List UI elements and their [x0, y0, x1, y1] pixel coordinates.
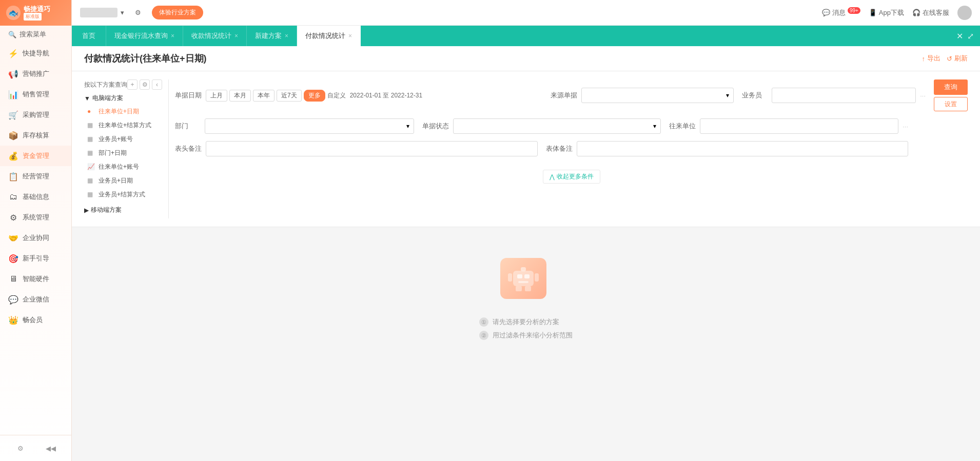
- header-remark-input[interactable]: [206, 141, 538, 156]
- mobile-section-title[interactable]: ▶ 移动端方案: [84, 206, 162, 214]
- dept-field: 部门 ▾: [175, 118, 414, 134]
- tab-bar: 首页 现金银行流水查询 × 收款情况统计 × 新建方案 × 付款情况统计 × ✕…: [72, 26, 980, 46]
- expand-tabs-btn[interactable]: ⤢: [967, 31, 974, 41]
- sidebar-bottom: ⚙ ◀◀: [0, 435, 71, 461]
- service-icon: 🎧: [912, 9, 920, 16]
- scheme-icon-1: ▦: [87, 122, 95, 130]
- enterprise-icon: 🤝: [8, 233, 18, 243]
- tab-close-receipt[interactable]: ×: [234, 32, 238, 39]
- last-7-days-btn[interactable]: 近7天: [277, 90, 302, 102]
- wechat-icon: 💬: [8, 294, 18, 305]
- query-button[interactable]: 查询: [934, 79, 968, 95]
- message-icon: 💬: [822, 9, 830, 16]
- tab-new-scheme[interactable]: 新建方案 ×: [247, 26, 297, 46]
- collapse-scheme-btn[interactable]: ‹: [152, 79, 162, 90]
- sidebar-item-quick-nav[interactable]: ⚡ 快捷导航: [0, 43, 71, 64]
- logo-icon: 🐟: [6, 6, 21, 20]
- tab-payment-stat[interactable]: 付款情况统计 ×: [297, 26, 361, 46]
- add-scheme-btn[interactable]: +: [127, 79, 138, 90]
- sidebar-item-basic[interactable]: 🗂 基础信息: [0, 187, 71, 207]
- tab-close-new-scheme[interactable]: ×: [285, 32, 288, 39]
- desktop-scheme-section: ▼ 电脑端方案 ● 往来单位+日期 ▦ 往来单位+结算方式 ▦ 业务员+账号: [84, 94, 162, 202]
- scheme-icon-3: ▦: [87, 149, 95, 157]
- sidebar-item-operation[interactable]: 📋 经营管理: [0, 166, 71, 187]
- notifications-btn[interactable]: 💬 消息 99+: [822, 8, 860, 17]
- refresh-btn[interactable]: ↺ 刷新: [947, 54, 968, 63]
- export-btn[interactable]: ↑ 导出: [922, 54, 941, 63]
- sidebar-item-sales[interactable]: 📊 销售管理: [0, 84, 71, 105]
- user-avatar[interactable]: [957, 6, 972, 20]
- header-settings-btn[interactable]: ⚙: [130, 5, 146, 21]
- sidebar-item-wechat[interactable]: 💬 企业微信: [0, 289, 71, 310]
- workspace-selector[interactable]: xx ▾: [80, 8, 124, 17]
- chevron-down-icon: ▾: [726, 92, 729, 99]
- purchase-icon: 🛒: [8, 110, 18, 120]
- tab-home[interactable]: 首页: [72, 26, 106, 46]
- scheme-item-6[interactable]: ▦ 业务员+结算方式: [84, 188, 162, 202]
- counterpart-input[interactable]: [700, 118, 898, 134]
- this-year-btn[interactable]: 本年: [253, 90, 275, 102]
- sidebar-item-hardware[interactable]: 🖥 智能硬件: [0, 269, 71, 289]
- filter-row-1: 单据日期 上月 本月 本年 近7天 更多 自定义 2022-01-01 至 20…: [175, 79, 968, 111]
- header-right: 💬 消息 99+ 📱 App下载 🎧 在线客服: [822, 6, 972, 20]
- finance-icon: 💰: [8, 151, 18, 161]
- chevron-up-icon: ⋀: [550, 173, 555, 181]
- manage-scheme-btn[interactable]: ⚙: [140, 79, 150, 90]
- scheme-item-5[interactable]: ▦ 业务员+日期: [84, 174, 162, 188]
- source-label: 来源单据: [551, 91, 577, 100]
- this-month-btn[interactable]: 本月: [229, 90, 251, 102]
- scheme-active-icon: ●: [87, 108, 95, 116]
- empty-hint-2: ② 用过滤条件来缩小分析范围: [479, 331, 573, 340]
- settings-bottom-btn[interactable]: ⚙: [13, 440, 28, 456]
- trial-button[interactable]: 体验行业方案: [152, 6, 203, 19]
- hint-num-2: ②: [479, 331, 488, 340]
- sidebar-item-system[interactable]: ⚙ 系统管理: [0, 207, 71, 228]
- close-all-tabs-btn[interactable]: ✕: [956, 31, 963, 41]
- page-header-actions: ↑ 导出 ↺ 刷新: [922, 54, 968, 63]
- hint-num-1: ①: [479, 317, 488, 327]
- scheme-icon-6: ▦: [87, 191, 95, 199]
- scheme-item-2[interactable]: ▦ 业务员+账号: [84, 132, 162, 146]
- tab-receipt-stat[interactable]: 收款情况统计 ×: [183, 26, 247, 46]
- body-remark-input[interactable]: [577, 141, 909, 156]
- top-header: xx ▾ ⚙ 体验行业方案 💬 消息 99+ 📱 App下载 🎧 在线客服: [72, 0, 980, 26]
- tab-close-bank-flow[interactable]: ×: [171, 32, 174, 39]
- search-menu-btn[interactable]: 🔍 搜索菜单: [0, 26, 71, 43]
- desktop-section-title[interactable]: ▼ 电脑端方案: [84, 94, 162, 103]
- svg-rect-8: [525, 286, 531, 291]
- setting-button[interactable]: 设置: [934, 97, 968, 111]
- sidebar-item-purchase[interactable]: 🛒 采购管理: [0, 105, 71, 125]
- empty-hint-1: ① 请先选择要分析的方案: [479, 317, 573, 327]
- sidebar-item-guide[interactable]: 🎯 新手引导: [0, 248, 71, 269]
- collapse-icon: ▼: [84, 95, 90, 102]
- date-label: 单据日期: [175, 91, 202, 100]
- source-doc-select[interactable]: ▾: [581, 88, 734, 103]
- doc-status-select[interactable]: ▾: [453, 118, 661, 134]
- scheme-item-0[interactable]: ● 往来单位+日期: [84, 105, 162, 118]
- notif-count-badge: 99+: [848, 7, 860, 14]
- salesperson-input[interactable]: [772, 88, 916, 103]
- header-remark-field: 表头备注: [175, 141, 538, 156]
- operation-icon: 📋: [8, 171, 18, 182]
- last-month-btn[interactable]: 上月: [206, 90, 227, 102]
- tab-close-payment[interactable]: ×: [348, 32, 352, 39]
- sidebar-item-inventory[interactable]: 📦 库存核算: [0, 125, 71, 146]
- filter-form: 单据日期 上月 本月 本年 近7天 更多 自定义 2022-01-01 至 20…: [175, 79, 968, 218]
- counterpart-more-btn[interactable]: ···: [903, 123, 908, 130]
- scheme-item-3[interactable]: ▦ 部门+日期: [84, 146, 162, 160]
- salesperson-more-btn[interactable]: ···: [920, 92, 926, 99]
- sidebar-item-finance[interactable]: 💰 资金管理: [0, 146, 71, 166]
- salesperson-label: 业务员: [742, 91, 768, 100]
- sidebar-item-marketing[interactable]: 📢 营销推广: [0, 64, 71, 84]
- online-service-btn[interactable]: 🎧 在线客服: [912, 8, 949, 17]
- more-date-btn[interactable]: 更多: [304, 90, 325, 102]
- scheme-item-4[interactable]: 📈 往来单位+账号: [84, 160, 162, 174]
- scheme-item-1[interactable]: ▦ 往来单位+结算方式: [84, 118, 162, 132]
- collapse-sidebar-btn[interactable]: ◀◀: [43, 440, 58, 456]
- sidebar-item-enterprise[interactable]: 🤝 企业协同: [0, 228, 71, 248]
- tab-bank-flow[interactable]: 现金银行流水查询 ×: [106, 26, 183, 46]
- collapse-more-btn[interactable]: ⋀ 收起更多条件: [543, 170, 600, 184]
- sidebar-item-member[interactable]: 👑 畅会员: [0, 310, 71, 330]
- app-download-btn[interactable]: 📱 App下载: [869, 8, 904, 17]
- dept-select[interactable]: ▾: [205, 118, 414, 134]
